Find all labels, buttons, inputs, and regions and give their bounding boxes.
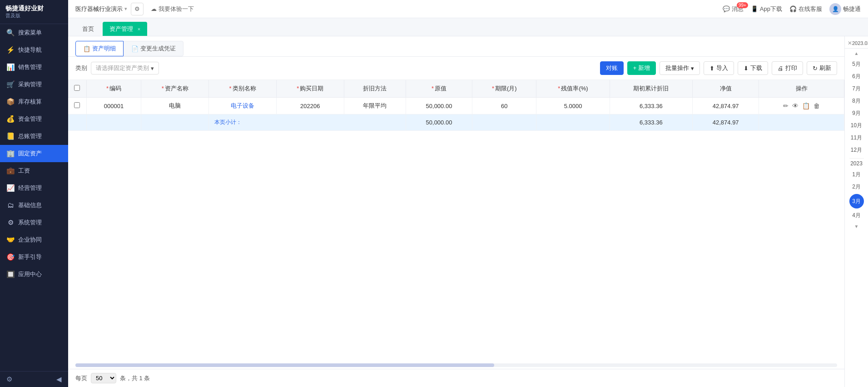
- month-scroll-down[interactable]: ▼: [845, 222, 868, 231]
- month-item[interactable]: 7月: [849, 83, 864, 95]
- sidebar-item-工资[interactable]: 💼工资: [0, 162, 68, 179]
- sidebar-item-企业协同[interactable]: 🤝企业协同: [0, 231, 68, 248]
- batch-button[interactable]: 批量操作 ▾: [660, 61, 700, 75]
- row-category: 电子设备: [209, 98, 277, 114]
- view-icon[interactable]: 👁: [792, 102, 799, 109]
- month-item[interactable]: 6月: [849, 70, 864, 83]
- sidebar-item-销售管理[interactable]: 📊销售管理: [0, 59, 68, 76]
- sidebar-icon-5: 💰: [6, 115, 15, 123]
- sidebar-icon-1: ⚡: [6, 46, 15, 54]
- online-service-label: 在线客服: [799, 5, 822, 13]
- pagination: 每页 50 100 200 条，共 1 条: [68, 369, 844, 387]
- sidebar-icon-13: 🎯: [6, 253, 15, 261]
- sidebar-icon-3: 🛒: [6, 80, 15, 89]
- app-download-button[interactable]: 📱 App下载: [751, 5, 782, 13]
- sidebar-icon-14: 🔲: [6, 270, 15, 278]
- download-button[interactable]: ⬇ 下载: [738, 61, 768, 75]
- sidebar-item-采购管理[interactable]: 🛒采购管理: [0, 76, 68, 93]
- sidebar-icon-7: 🏢: [6, 149, 15, 158]
- month-item[interactable]: 9月: [849, 107, 864, 119]
- user-profile[interactable]: 👤 畅捷通: [829, 3, 861, 15]
- sidebar-item-新手引导[interactable]: 🎯新手引导: [0, 248, 68, 266]
- close-tab-icon[interactable]: ×: [138, 26, 140, 32]
- voucher-icon: 📄: [131, 45, 139, 52]
- sidebar-item-总账管理[interactable]: 📒总账管理: [0, 128, 68, 145]
- settings-button[interactable]: ⚙: [131, 3, 144, 15]
- print-button[interactable]: 🖨 打印: [772, 61, 803, 75]
- sub-tab-voucher-generation[interactable]: 📄 变更生成凭证: [124, 41, 184, 56]
- right-panel: ✕ 2023.03 ⤢ ▲ 5月6月7月8月9月10月11月12月20231月2…: [844, 36, 868, 387]
- month-item[interactable]: 11月: [849, 132, 864, 144]
- sub-tab-asset-detail[interactable]: 📋 资产明细: [75, 41, 124, 56]
- row-accumulated-depreciation: 6,333.36: [610, 98, 692, 114]
- batch-dropdown-arrow: ▾: [691, 65, 694, 72]
- th-purchase-date: *购买日期: [276, 80, 344, 98]
- month-item[interactable]: 12月: [849, 144, 864, 156]
- row-net-value: 42,874.97: [692, 98, 759, 114]
- th-original-value: *原值: [406, 80, 472, 98]
- import-button[interactable]: ⬆ 导入: [704, 61, 734, 75]
- online-service-button[interactable]: 🎧 在线客服: [789, 5, 822, 13]
- year-label: 2023.03: [852, 40, 868, 46]
- sidebar-icon-9: 📈: [6, 184, 15, 192]
- th-depreciation-method: 折旧方法: [344, 80, 406, 98]
- message-button[interactable]: 💬 消息 99+: [723, 5, 744, 13]
- month-scroll-up[interactable]: ▲: [845, 49, 868, 58]
- sidebar-item-系统管理[interactable]: ⚙系统管理: [0, 214, 68, 231]
- sidebar-item-固定资产[interactable]: 🏢固定资产: [0, 145, 68, 162]
- sidebar-item-经营管理[interactable]: 📈经营管理: [0, 179, 68, 197]
- sidebar-item-库存核算[interactable]: 📦库存核算: [0, 93, 68, 110]
- month-item[interactable]: 1月: [849, 169, 864, 181]
- row-actions: ✏ 👁 📋 🗑: [759, 98, 844, 114]
- refresh-button[interactable]: ↻ 刷新: [807, 61, 837, 75]
- experience-button[interactable]: ☁ 我要体验一下: [151, 5, 194, 13]
- category-filter-select[interactable]: 请选择固定资产类别 ▾: [91, 62, 159, 74]
- sidebar-item-基础信息[interactable]: 🗂基础信息: [0, 197, 68, 214]
- sidebar-icon-6: 📒: [6, 132, 15, 140]
- horizontal-scrollbar[interactable]: [75, 363, 837, 367]
- tab-home[interactable]: 首页: [75, 22, 101, 36]
- sidebar: 畅捷通好业财 普及版 🔍搜索菜单⚡快捷导航📊销售管理🛒采购管理📦库存核算💰资金管…: [0, 0, 68, 387]
- sidebar-label-10: 基础信息: [18, 201, 42, 209]
- sidebar-label-0: 搜索菜单: [18, 29, 42, 37]
- select-all-checkbox[interactable]: [74, 85, 80, 91]
- month-item[interactable]: 10月: [849, 119, 864, 132]
- tab-asset-management[interactable]: 资产管理 ×: [103, 22, 147, 36]
- topbar: 医疗器械行业演示 ▾ ⚙ ☁ 我要体验一下 💬 消息 99+ 📱 App下载 🎧…: [68, 0, 868, 18]
- settings-icon[interactable]: ⚙: [6, 375, 12, 383]
- row-checkbox-0[interactable]: [74, 102, 80, 108]
- collapse-icon[interactable]: ◀: [56, 375, 62, 383]
- sidebar-item-资金管理[interactable]: 💰资金管理: [0, 110, 68, 128]
- month-item[interactable]: 8月: [849, 95, 864, 107]
- th-accumulated-depreciation: 期初累计折旧: [610, 80, 692, 98]
- service-icon: 🎧: [789, 5, 797, 12]
- per-page-select[interactable]: 50 100 200: [91, 373, 116, 383]
- total-label: 条，共 1 条: [120, 374, 150, 382]
- sidebar-item-搜索菜单[interactable]: 🔍搜索菜单: [0, 24, 68, 41]
- sidebar-item-应用中心[interactable]: 🔲应用中心: [0, 266, 68, 283]
- copy-icon[interactable]: 📋: [802, 102, 810, 109]
- app-edition: 普及版: [5, 12, 63, 19]
- sidebar-label-8: 工资: [18, 167, 30, 175]
- row-residual-rate: 5.0000: [536, 98, 610, 114]
- collapse-panel-icon[interactable]: ✕: [848, 40, 852, 46]
- sidebar-label-2: 销售管理: [18, 63, 42, 71]
- message-badge: 99+: [737, 2, 748, 8]
- app-name: 畅捷通好业财: [5, 5, 63, 12]
- month-item[interactable]: 5月: [849, 58, 864, 70]
- month-item[interactable]: 4月: [849, 209, 864, 222]
- company-selector[interactable]: 医疗器械行业演示 ▾: [75, 5, 127, 13]
- month-item[interactable]: 2月: [849, 181, 864, 193]
- month-item[interactable]: 3月: [849, 194, 864, 208]
- th-checkbox: [68, 80, 86, 98]
- reconcile-button[interactable]: 对账: [600, 61, 624, 75]
- main-area: 医疗器械行业演示 ▾ ⚙ ☁ 我要体验一下 💬 消息 99+ 📱 App下载 🎧…: [68, 0, 868, 387]
- delete-icon[interactable]: 🗑: [813, 102, 820, 109]
- sidebar-label-3: 采购管理: [18, 80, 42, 89]
- asset-detail-icon: 📋: [83, 45, 90, 52]
- sidebar-item-快捷导航[interactable]: ⚡快捷导航: [0, 41, 68, 59]
- new-button[interactable]: + 新增: [627, 61, 656, 75]
- tab-bar: 首页 资产管理 ×: [68, 18, 868, 36]
- category-placeholder: 请选择固定资产类别: [96, 64, 149, 72]
- edit-icon[interactable]: ✏: [783, 102, 789, 109]
